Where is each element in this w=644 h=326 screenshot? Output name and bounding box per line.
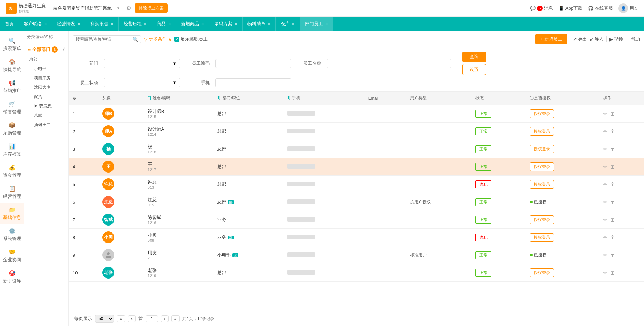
edit-icon[interactable]: ✏	[603, 164, 607, 169]
dept-select[interactable]: ▼	[104, 59, 180, 68]
nav-tab-close[interactable]: ✕	[292, 22, 295, 26]
left-nav-item-库存核算[interactable]: 📊 库存核算	[0, 140, 24, 161]
edit-icon[interactable]: ✏	[603, 270, 607, 275]
add-employee-btn[interactable]: + 新增员工	[535, 34, 567, 44]
dept-tree-item[interactable]: 配货	[24, 92, 68, 102]
dept-tree-item[interactable]: 项目库房	[24, 73, 68, 83]
row-auth[interactable]: 授权登录	[526, 264, 599, 282]
table-header-4[interactable]: ⇅ 手机	[283, 92, 364, 105]
dept-tree-item[interactable]: 小电部	[24, 64, 68, 73]
left-nav-item-系统管理[interactable]: ⚙️ 系统管理	[0, 224, 24, 245]
auth-login-btn[interactable]: 授权登录	[530, 145, 554, 153]
edit-icon[interactable]: ✏	[603, 235, 607, 240]
left-nav-item-经营管理[interactable]: 📋 经营管理	[0, 182, 24, 203]
auth-login-btn[interactable]: 授权登录	[530, 180, 554, 189]
app-download-item[interactable]: 📱 App下载	[559, 5, 582, 11]
nav-tab-经营情况[interactable]: 经营情况✕	[52, 17, 85, 31]
online-service-item[interactable]: 🎧 在线客服	[588, 5, 613, 11]
nav-tab-close[interactable]: ✕	[201, 22, 204, 26]
last-page-btn[interactable]: »	[171, 315, 180, 322]
auth-login-btn[interactable]: 授权登录	[530, 127, 554, 136]
page-number-input[interactable]	[146, 315, 158, 322]
nav-tab-close[interactable]: ✕	[44, 22, 47, 26]
nav-tab-利润报告[interactable]: 利润报告✕	[85, 17, 119, 31]
row-auth[interactable]: 授权登录	[526, 229, 599, 246]
left-nav-item-搜索菜单[interactable]: 🔍 搜索菜单	[0, 34, 24, 55]
edit-icon[interactable]: ✏	[603, 217, 607, 222]
row-auth[interactable]: 授权登录	[526, 123, 599, 140]
dept-tree-item[interactable]: ▶ 双鹿想	[24, 102, 68, 111]
resigned-checkbox[interactable]: ✓	[174, 37, 179, 42]
edit-icon[interactable]: ✏	[603, 111, 607, 116]
show-resigned-toggle[interactable]: ✓ 显示离职员工	[174, 36, 208, 42]
row-auth[interactable]: 授权登录	[526, 140, 599, 158]
next-page-btn[interactable]: ›	[161, 315, 169, 322]
dept-tree-item[interactable]: 总部	[24, 55, 68, 64]
all-dept-header[interactable]: ▪▪ 全部部门 6 《	[24, 44, 68, 55]
delete-icon[interactable]: 🗑	[610, 270, 615, 275]
dept-tree-item[interactable]: 沈阳大库	[24, 83, 68, 92]
trial-button[interactable]: 体验行业方案	[135, 3, 168, 13]
delete-icon[interactable]: 🗑	[610, 129, 615, 134]
more-conditions-btn[interactable]: ▽ 更多条件 ∧	[144, 36, 172, 42]
nav-tab-条码方案[interactable]: 条码方案✕	[209, 17, 243, 31]
emp-status-select[interactable]: ▼	[104, 78, 180, 87]
auth-login-btn[interactable]: 授权登录	[530, 215, 554, 224]
message-item[interactable]: 💬 6 消息	[530, 5, 553, 11]
left-nav-item-资金管理[interactable]: 💰 资金管理	[0, 161, 24, 182]
table-header-0[interactable]: ⚙	[69, 92, 98, 105]
auth-login-btn[interactable]: 授权登录	[530, 233, 554, 242]
nav-tab-部门员工[interactable]: 部门员工✕	[300, 17, 333, 31]
first-page-btn[interactable]: «	[117, 315, 125, 322]
prev-page-btn[interactable]: ‹	[128, 315, 136, 322]
nav-tab-close[interactable]: ✕	[168, 22, 171, 26]
edit-icon[interactable]: ✏	[603, 199, 607, 205]
help-btn[interactable]: | 帮助	[629, 36, 640, 42]
left-nav-item-采购管理[interactable]: 📦 采购管理	[0, 118, 24, 140]
delete-icon[interactable]: 🗑	[610, 235, 615, 240]
row-auth[interactable]: 授权登录	[526, 176, 599, 193]
nav-tab-物料清单[interactable]: 物料清单✕	[243, 17, 276, 31]
left-nav-item-企业协同[interactable]: 🤝 企业协同	[0, 245, 24, 266]
delete-icon[interactable]: 🗑	[610, 182, 615, 187]
nav-tab-close[interactable]: ✕	[110, 22, 114, 26]
nav-tab-仓库[interactable]: 仓库✕	[276, 17, 300, 31]
collapse-icon[interactable]: 《	[61, 47, 65, 52]
row-auth[interactable]: 授权登录	[526, 105, 599, 123]
nav-tab-close[interactable]: ✕	[144, 22, 147, 26]
emp-code-input[interactable]	[215, 59, 291, 68]
nav-tab-close[interactable]: ✕	[325, 22, 328, 26]
left-nav-item-营销推广[interactable]: 📢 营销推广	[0, 76, 24, 97]
view-btn[interactable]: ▶ 视频	[609, 36, 623, 42]
left-nav-item-新手引导[interactable]: 🎯 新手引导	[0, 266, 24, 288]
export-btn[interactable]: ↗ 导出	[573, 36, 587, 42]
settings-icon[interactable]: ⚙	[126, 5, 131, 11]
auth-login-btn[interactable]: 授权登录	[530, 109, 554, 118]
set-btn[interactable]: 设置	[462, 64, 486, 75]
nav-tab-经营历程[interactable]: 经营历程✕	[119, 17, 152, 31]
delete-icon[interactable]: 🗑	[610, 217, 615, 222]
left-nav-item-销售管理[interactable]: 🛒 销售管理	[0, 97, 24, 118]
auth-login-btn[interactable]: 授权登录	[530, 268, 554, 277]
nav-tab-新增商品[interactable]: 新增商品✕	[176, 17, 209, 31]
search-icon[interactable]: 🔍	[133, 37, 138, 42]
delete-icon[interactable]: 🗑	[610, 164, 615, 169]
nav-tab-首页[interactable]: 首页	[0, 17, 19, 31]
nav-tab-客户联络[interactable]: 客户联络✕	[19, 17, 52, 31]
dept-tree-item[interactable]: 总部	[24, 111, 68, 120]
import-btn[interactable]: ↙ 导入	[590, 36, 604, 42]
auth-login-btn[interactable]: 授权登录	[530, 162, 554, 171]
delete-icon[interactable]: 🗑	[610, 111, 615, 116]
left-nav-item-基础信息[interactable]: 📁 基础信息	[0, 203, 24, 224]
table-header-2[interactable]: ⇅ 姓名/编码	[144, 92, 214, 105]
page-size-select[interactable]: 50 100	[95, 315, 114, 323]
emp-name-input[interactable]	[327, 59, 451, 68]
nav-tab-close[interactable]: ✕	[234, 22, 237, 26]
edit-icon[interactable]: ✏	[603, 129, 607, 134]
left-nav-item-快捷导航[interactable]: 🏠 快捷导航	[0, 55, 24, 76]
row-auth[interactable]: 授权登录	[526, 158, 599, 176]
phone-input[interactable]	[215, 78, 291, 87]
edit-icon[interactable]: ✏	[603, 252, 607, 258]
edit-icon[interactable]: ✏	[603, 182, 607, 187]
nav-tab-close[interactable]: ✕	[267, 22, 271, 26]
